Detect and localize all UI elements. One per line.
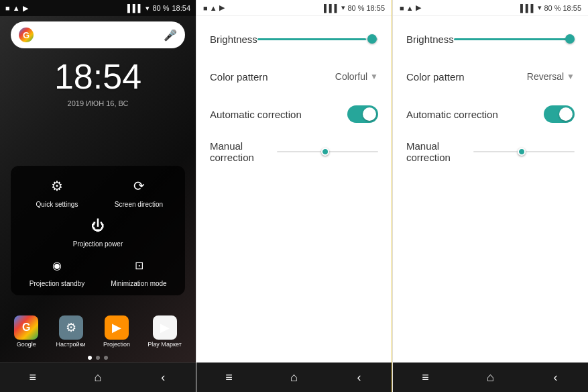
time-s1: 18:55	[366, 4, 385, 12]
manual-thumb-1	[321, 148, 329, 156]
projection-power-label: Projection power	[73, 240, 123, 248]
minimization-mode-item[interactable]: ⊡ Minimization mode	[101, 253, 177, 287]
signal-s2: ▌▌▌	[520, 4, 536, 12]
auto-correction-label-2: Automatic correction	[406, 109, 498, 120]
media-icon: ▶	[23, 4, 28, 13]
quick-settings-item[interactable]: ⚙ Quick settings	[19, 174, 95, 208]
settings2-right-icons: ▌▌▌ ▾ 80 % 18:55	[520, 3, 581, 12]
color-pattern-label-1: Color pattern	[210, 71, 268, 83]
color-pattern-dropdown-2[interactable]: Reversal ▼	[527, 71, 575, 82]
manual-track-2	[473, 151, 575, 152]
app-play-label: Play Маркет	[148, 341, 181, 348]
manual-correction-slider-2[interactable]	[473, 145, 575, 158]
auto-correction-row-1: Automatic correction	[210, 102, 378, 126]
minimization-icon: ⊡	[127, 253, 151, 277]
auto-correction-toggle-1[interactable]	[347, 105, 378, 123]
projection-standby-item[interactable]: ◉ Projection standby	[19, 253, 95, 287]
auto-correction-toggle-2[interactable]	[544, 105, 575, 123]
sim-icon: ■	[5, 4, 10, 12]
app-google[interactable]: G Google	[14, 315, 38, 348]
battery-percent: 80 %	[152, 4, 169, 12]
wifi-s1: ▾	[341, 3, 345, 12]
color-pattern-label-2: Color pattern	[406, 71, 465, 83]
microphone-icon[interactable]: 🎤	[164, 29, 177, 42]
brightness-row-1: Brightness	[210, 27, 378, 51]
google-icon: G	[14, 315, 38, 340]
projection-standby-icon: ◉	[45, 253, 69, 277]
brightness-label-1: Brightness	[210, 34, 257, 45]
settings1-nav-back[interactable]: ‹	[345, 363, 374, 393]
settings1-content: Brightness Color pattern Colorful ▼ Auto…	[196, 16, 392, 362]
google-search-bar[interactable]: G 🎤	[11, 21, 185, 48]
google-g-logo: G	[19, 28, 34, 42]
color-pattern-dropdown-1[interactable]: Colorful ▼	[335, 71, 378, 82]
manual-correction-row-1: Manual correction	[210, 140, 378, 164]
battery-s2: 80 %	[544, 4, 561, 12]
phone-nav-bar: ≡ ⌂ ‹	[0, 362, 196, 392]
projection-power-item[interactable]: ⏻ Projection power	[19, 213, 177, 248]
brightness-track-1	[257, 38, 378, 40]
manual-track-1	[277, 151, 378, 152]
dropdown-arrow-1: ▼	[370, 72, 378, 81]
settings2-nav-home[interactable]: ⌂	[476, 363, 506, 393]
brightness-slider-2[interactable]	[454, 32, 575, 46]
quick-menu-popup: ⚙ Quick settings ⟳ Screen direction ⏻ Pr…	[11, 166, 185, 295]
sim-icon-s2: ■	[400, 4, 404, 12]
settings1-nav-menu[interactable]: ≡	[215, 363, 244, 393]
panel-phone: ■ ▲ ▶ ▌▌▌ ▾ 80 % 18:54 G 🎤 18:54 2019 ИЮ…	[0, 0, 196, 392]
app-icons-row: G Google ⚙ Настройки ▶ Projection ▶ Play…	[0, 313, 196, 350]
app-projection-label: Projection	[103, 341, 130, 348]
dot-2	[96, 356, 100, 360]
dot-3	[104, 356, 108, 360]
clock-status: 18:54	[172, 4, 190, 12]
brightness-label-2: Brightness	[406, 34, 454, 45]
settings2-left-icons: ■ ▲ ▶	[400, 3, 421, 12]
settings1-nav-home[interactable]: ⌂	[280, 363, 309, 393]
toggle-knob-1	[363, 107, 376, 121]
auto-correction-row-2: Automatic correction	[406, 102, 575, 126]
app-projection[interactable]: ▶ Projection	[103, 315, 130, 348]
settings2-nav-back[interactable]: ‹	[541, 363, 571, 393]
brightness-thumb-1	[367, 34, 377, 44]
signal-icon: ▌▌▌	[127, 4, 143, 12]
settings2-nav: ≡ ⌂ ‹	[393, 362, 588, 392]
settings2-content: Brightness Color pattern Reversal ▼ Auto…	[393, 16, 588, 362]
app-settings[interactable]: ⚙ Настройки	[56, 315, 85, 348]
manual-correction-label-2: Manual correction	[406, 140, 473, 163]
media-icon-s1: ▶	[219, 3, 225, 12]
app-play-market[interactable]: ▶ Play Маркет	[148, 315, 181, 348]
screen-direction-label: Screen direction	[115, 201, 163, 208]
battery-s1: 80 %	[347, 4, 364, 12]
dot-1	[88, 356, 92, 360]
notification-icon-s2: ▲	[406, 4, 414, 12]
toggle-knob-2	[559, 107, 573, 121]
brightness-slider-1[interactable]	[257, 32, 378, 46]
app-google-label: Google	[17, 341, 36, 348]
settings1-status-bar: ■ ▲ ▶ ▌▌▌ ▾ 80 % 18:55	[196, 0, 392, 16]
nav-back-button[interactable]: ‹	[148, 363, 178, 393]
color-pattern-value-1: Colorful	[335, 71, 367, 82]
notification-icon-s1: ▲	[210, 4, 217, 12]
color-pattern-row-1: Color pattern Colorful ▼	[210, 64, 378, 89]
wifi-s2: ▾	[538, 3, 542, 12]
brightness-track-2	[454, 38, 575, 40]
settings2-nav-menu[interactable]: ≡	[411, 363, 440, 393]
nav-menu-button[interactable]: ≡	[18, 363, 48, 393]
quick-settings-label: Quick settings	[36, 201, 78, 208]
quick-settings-icon: ⚙	[45, 174, 69, 198]
status-bar-right-icons: ▌▌▌ ▾ 80 % 18:54	[127, 4, 190, 13]
screen-direction-item[interactable]: ⟳ Screen direction	[101, 174, 177, 208]
brightness-thumb-2	[565, 34, 575, 44]
color-pattern-value-2: Reversal	[527, 71, 564, 82]
app-settings-label: Настройки	[56, 341, 85, 348]
phone-clock: 18:54	[0, 56, 196, 97]
play-market-icon: ▶	[153, 315, 177, 340]
projection-power-icon: ⏻	[86, 213, 110, 238]
dropdown-arrow-2: ▼	[567, 72, 575, 81]
minimization-label: Minimization mode	[111, 280, 166, 287]
wifi-icon: ▾	[145, 4, 150, 13]
auto-correction-label-1: Automatic correction	[210, 109, 302, 120]
manual-correction-slider-1[interactable]	[277, 145, 378, 158]
brightness-fill-2	[454, 38, 575, 40]
nav-home-button[interactable]: ⌂	[83, 363, 113, 393]
